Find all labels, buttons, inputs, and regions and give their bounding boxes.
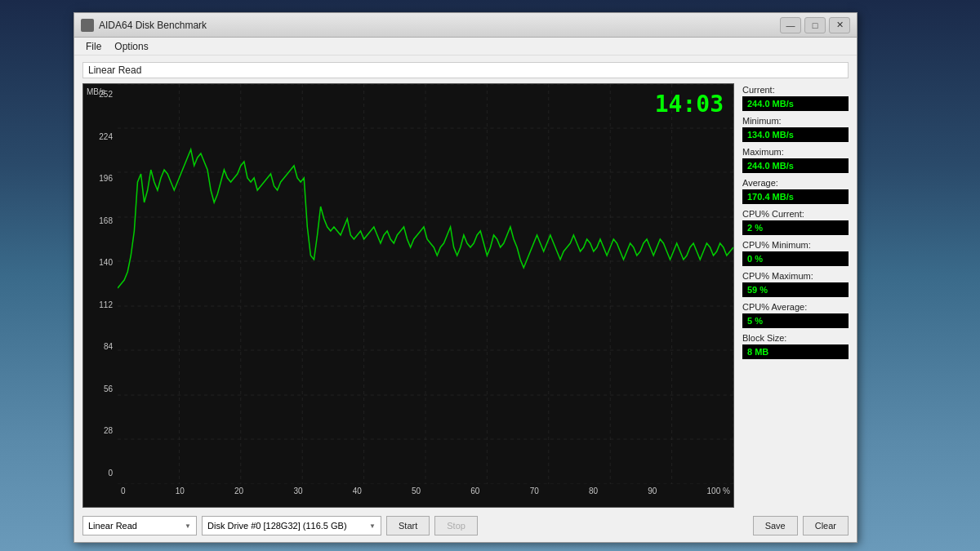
stat-maximum: Maximum: 244.0 MB/s	[742, 147, 849, 173]
stat-current: Current: 244.0 MB/s	[742, 85, 849, 111]
window-title: AIDA64 Disk Benchmark	[99, 20, 780, 31]
maximum-value: 244.0 MB/s	[742, 158, 849, 173]
average-label: Average:	[742, 178, 849, 188]
clear-button[interactable]: Clear	[803, 516, 849, 535]
test-type-dropdown[interactable]: Linear Read ▼	[82, 516, 197, 535]
stop-button[interactable]: Stop	[434, 516, 478, 535]
x-label-70: 70	[530, 487, 539, 507]
y-axis: 252 224 196 168 140 112 84 56 28 0	[83, 84, 118, 484]
content-area: Linear Read MB/s 252 224 196 168 140 112	[74, 56, 857, 542]
main-area: MB/s 252 224 196 168 140 112 84 56 28 0	[82, 83, 849, 508]
x-label-50: 50	[412, 487, 421, 507]
cpu-current-value: 2 %	[742, 220, 849, 235]
y-label-28: 28	[85, 427, 116, 435]
minimum-value: 134.0 MB/s	[742, 127, 849, 142]
save-button[interactable]: Save	[753, 516, 798, 535]
x-label-40: 40	[353, 487, 362, 507]
close-button[interactable]: ✕	[829, 17, 850, 33]
minimize-button[interactable]: —	[780, 17, 801, 33]
menu-file[interactable]: File	[79, 39, 108, 54]
menu-options[interactable]: Options	[108, 39, 154, 54]
cpu-minimum-label: CPU% Minimum:	[742, 240, 849, 250]
y-label-84: 84	[85, 343, 116, 351]
x-label-20: 20	[234, 487, 243, 507]
stat-minimum: Minimum: 134.0 MB/s	[742, 116, 849, 142]
current-label: Current:	[742, 85, 849, 95]
y-label-196: 196	[85, 175, 116, 183]
x-label-90: 90	[648, 487, 657, 507]
stat-cpu-maximum: CPU% Maximum: 59 %	[742, 271, 849, 297]
title-bar: AIDA64 Disk Benchmark — □ ✕	[74, 13, 857, 38]
stats-sidebar: Current: 244.0 MB/s Minimum: 134.0 MB/s …	[742, 83, 849, 508]
chart-inner: MB/s 252 224 196 168 140 112 84 56 28 0	[83, 84, 733, 507]
x-label-100: 100 %	[707, 487, 730, 507]
block-size-label: Block Size:	[742, 333, 849, 343]
app-icon	[81, 19, 94, 32]
dropdown-arrow-icon: ▼	[185, 522, 191, 530]
cpu-current-label: CPU% Current:	[742, 209, 849, 219]
bottom-controls: Linear Read ▼ Disk Drive #0 [128G32] (11…	[82, 513, 849, 535]
current-value: 244.0 MB/s	[742, 96, 849, 111]
drive-dropdown-arrow-icon: ▼	[369, 522, 376, 530]
y-label-168: 168	[85, 217, 116, 225]
cpu-minimum-value: 0 %	[742, 251, 849, 266]
average-value: 170.4 MB/s	[742, 189, 849, 204]
x-label-80: 80	[589, 487, 598, 507]
window-controls: — □ ✕	[780, 17, 850, 33]
y-label-140: 140	[85, 259, 116, 267]
timer-display: 14:03	[655, 91, 724, 118]
stat-average: Average: 170.4 MB/s	[742, 178, 849, 204]
minimum-label: Minimum:	[742, 116, 849, 126]
y-label-0: 0	[85, 469, 116, 478]
x-label-60: 60	[470, 487, 479, 507]
x-label-10: 10	[176, 487, 185, 507]
chart-svg	[118, 84, 733, 484]
cpu-average-label: CPU% Average:	[742, 302, 849, 312]
block-size-value: 8 MB	[742, 344, 849, 359]
stat-cpu-average: CPU% Average: 5 %	[742, 302, 849, 328]
maximum-label: Maximum:	[742, 147, 849, 157]
x-axis: 0 10 20 30 40 50 60 70 80 90 100 %	[118, 484, 733, 507]
y-label-56: 56	[85, 385, 116, 393]
y-label-252: 252	[85, 91, 116, 99]
cpu-maximum-value: 59 %	[742, 282, 849, 297]
stat-block-size: Block Size: 8 MB	[742, 333, 849, 359]
drive-dropdown[interactable]: Disk Drive #0 [128G32] (116.5 GB) ▼	[202, 516, 381, 535]
stat-cpu-minimum: CPU% Minimum: 0 %	[742, 240, 849, 266]
stat-cpu-current: CPU% Current: 2 %	[742, 209, 849, 235]
cpu-average-value: 5 %	[742, 313, 849, 328]
test-type-value: Linear Read	[88, 521, 137, 531]
y-label-224: 224	[85, 133, 116, 141]
app-window: AIDA64 Disk Benchmark — □ ✕ File Options…	[74, 12, 858, 543]
plot-area: 14:03	[118, 84, 733, 484]
drive-value: Disk Drive #0 [128G32] (116.5 GB)	[207, 521, 347, 531]
cpu-maximum-label: CPU% Maximum:	[742, 271, 849, 281]
start-button[interactable]: Start	[386, 516, 430, 535]
tab-linear-read[interactable]: Linear Read	[82, 62, 849, 78]
y-label-112: 112	[85, 301, 116, 309]
chart-container: MB/s 252 224 196 168 140 112 84 56 28 0	[82, 83, 734, 508]
maximize-button[interactable]: □	[804, 17, 826, 33]
x-label-0: 0	[121, 487, 126, 507]
menu-bar: File Options	[74, 38, 857, 56]
x-label-30: 30	[293, 487, 302, 507]
